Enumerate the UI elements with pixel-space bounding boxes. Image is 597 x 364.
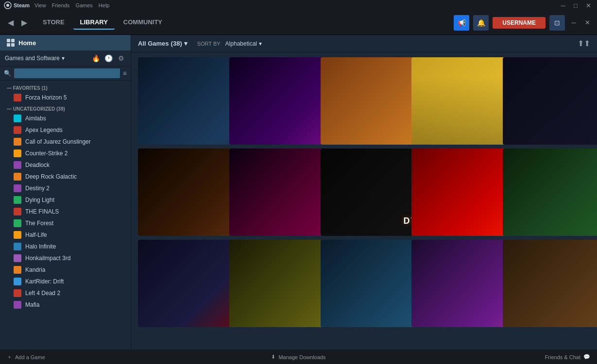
add-game-button[interactable]: ＋ Add a Game [7, 353, 45, 361]
finals-icon [14, 208, 21, 215]
close-button[interactable]: ✕ [583, 1, 593, 10]
sort-chevron-icon: ▾ [259, 40, 262, 47]
friends-label: Friends & Chat [545, 354, 580, 360]
forest-icon [14, 219, 21, 227]
manage-downloads-button[interactable]: ⬇ Manage Downloads [271, 354, 325, 360]
sidebar-item-deep-rock[interactable]: Deep Rock Galactic [0, 171, 131, 182]
home-tab[interactable]: Home [0, 35, 131, 50]
mafia-icon [14, 301, 21, 309]
add-icon: ＋ [7, 353, 12, 361]
honkai-label: Honkailmpact 3rd [25, 255, 70, 262]
all-games-button[interactable]: All Games (38) ▾ [138, 40, 188, 47]
filter-dropdown[interactable]: Games and Software ▾ [5, 55, 88, 62]
deep-rock-icon [14, 173, 21, 181]
kartrider-label: KartRider: Drift [25, 278, 64, 285]
chat-icon: 💬 [583, 354, 590, 360]
search-input[interactable] [14, 68, 120, 78]
sidebar-item-finals[interactable]: THE FINALS [0, 206, 131, 217]
filter-clock-icon[interactable]: 🕐 [103, 53, 113, 63]
game-card-kandria[interactable]: KANDRIA [503, 240, 597, 327]
maximize-button[interactable]: □ [571, 1, 580, 10]
game-card-forest[interactable]: THEFOREST [503, 149, 597, 236]
forest-label: The Forest [25, 220, 53, 227]
nav-arrows: ◀ ▶ [5, 17, 30, 29]
sidebar-item-kartrider[interactable]: KartRider: Drift [0, 276, 131, 287]
sort-value: Alphabetical [225, 40, 257, 47]
menu-friends[interactable]: Friends [52, 2, 70, 8]
sidebar-item-kandria[interactable]: Kandria [0, 264, 131, 276]
game-card-dark5[interactable]: 🧭 [503, 57, 597, 145]
content-header: All Games (38) ▾ SORT BY Alphabetical ▾ … [131, 35, 597, 52]
download-icon: ⬇ [271, 354, 275, 360]
tab-store[interactable]: STORE [36, 16, 71, 30]
all-games-label: All Games [138, 40, 169, 47]
add-game-label: Add a Game [15, 354, 45, 360]
back-button[interactable]: ◀ [5, 17, 17, 29]
forward-button[interactable]: ▶ [18, 17, 30, 29]
sidebar-item-cs2[interactable]: Counter-Strike 2 [0, 148, 131, 159]
notification-button[interactable]: 🔔 [473, 15, 489, 31]
games-count: (38) [171, 40, 182, 47]
filter-settings-icon[interactable]: ⚙ [116, 53, 126, 63]
friends-chat-button[interactable]: Friends & Chat 💬 [545, 354, 590, 360]
sidebar-item-juarez[interactable]: Call of Juarez Gunslinger [0, 136, 131, 148]
minimize-nav-button[interactable]: ─ [569, 18, 579, 27]
content-area: All Games (38) ▾ SORT BY Alphabetical ▾ … [131, 35, 597, 364]
tab-library[interactable]: LIBRARY [73, 16, 115, 30]
filter-flame-icon[interactable]: 🔥 [91, 53, 101, 63]
broadcast-button[interactable]: 📢 [454, 15, 469, 31]
all-games-chevron-icon: ▾ [184, 40, 188, 47]
bottom-bar: ＋ Add a Game ⬇ Manage Downloads Friends … [0, 349, 597, 364]
sidebar-item-destiny2[interactable]: Destiny 2 [0, 182, 131, 194]
menu-bar: View Friends Games Help [34, 2, 109, 8]
favorites-label: — FAVORITES (1) [7, 85, 48, 91]
aimlabs-label: Aimlabs [25, 115, 46, 122]
sidebar-item-deadlock[interactable]: Deadlock [0, 159, 131, 171]
close-nav-button[interactable]: ✕ [582, 18, 592, 27]
sidebar-item-forest[interactable]: The Forest [0, 217, 131, 229]
sidebar-item-forza-horizon[interactable]: Forza Horizon 5 [0, 92, 131, 103]
menu-games[interactable]: Games [75, 2, 92, 8]
nav-tabs: STORE LIBRARY COMMUNITY [36, 16, 169, 30]
sidebar-item-l4d2[interactable]: Left 4 Dead 2 [0, 287, 131, 299]
sidebar-item-aimlabs[interactable]: Aimlabs [0, 113, 131, 124]
small-screen-button[interactable]: ⊡ [549, 15, 565, 31]
tab-community[interactable]: COMMUNITY [117, 16, 169, 30]
minimize-button[interactable]: ─ [558, 1, 568, 10]
l4d2-label: Left 4 Dead 2 [25, 290, 60, 297]
sort-by-label: SORT BY [197, 41, 221, 47]
sidebar-item-mafia[interactable]: Mafia [0, 299, 131, 311]
kandria-label: Kandria [25, 266, 45, 273]
sidebar-item-apex[interactable]: Apex Legends [0, 124, 131, 136]
top-nav: ◀ ▶ STORE LIBRARY COMMUNITY 📢 🔔 USERNAME… [0, 11, 597, 35]
sidebar-list: — FAVORITES (1) Forza Horizon 5 — UNCATE… [0, 81, 131, 364]
games-grid: AIMLABS APEXLEGENDS CALL OF JUAREZGUNSLI… [131, 52, 597, 364]
manage-downloads-label: Manage Downloads [278, 354, 325, 360]
juarez-icon [14, 138, 21, 146]
uncategorized-header[interactable]: — UNCATEGORIZED (39) [0, 103, 131, 113]
sidebar-item-honkai[interactable]: Honkailmpact 3rd [0, 252, 131, 264]
sidebar-item-halo[interactable]: Halo Infinite [0, 241, 131, 252]
list-filter-icon[interactable]: ≡ [123, 69, 127, 77]
dying-light-icon [14, 196, 21, 204]
home-label: Home [18, 39, 36, 47]
sidebar-item-dying-light[interactable]: Dying Light [0, 194, 131, 206]
top-nav-right: 📢 🔔 USERNAME ⊡ ─ ✕ [454, 15, 592, 31]
mafia-label: Mafia [25, 301, 39, 308]
collapse-button[interactable]: ⬆⬆ [578, 39, 590, 48]
cs2-label: Counter-Strike 2 [25, 150, 68, 157]
deadlock-label: Deadlock [25, 162, 50, 168]
search-icon: 🔍 [4, 70, 11, 77]
menu-view[interactable]: View [34, 2, 46, 8]
username-button[interactable]: USERNAME [493, 17, 546, 29]
window-controls: ─ □ ✕ [558, 1, 593, 10]
sidebar-item-halflife[interactable]: Half-Life [0, 229, 131, 241]
juarez-label: Call of Juarez Gunslinger [25, 138, 91, 145]
app-name: Steam [14, 2, 30, 8]
apex-icon [14, 126, 21, 134]
favorites-header[interactable]: — FAVORITES (1) [0, 83, 131, 92]
menu-help[interactable]: Help [99, 2, 110, 8]
sort-dropdown[interactable]: Alphabetical ▾ [225, 40, 262, 47]
svg-point-1 [6, 4, 9, 7]
honkai-icon [14, 254, 21, 262]
